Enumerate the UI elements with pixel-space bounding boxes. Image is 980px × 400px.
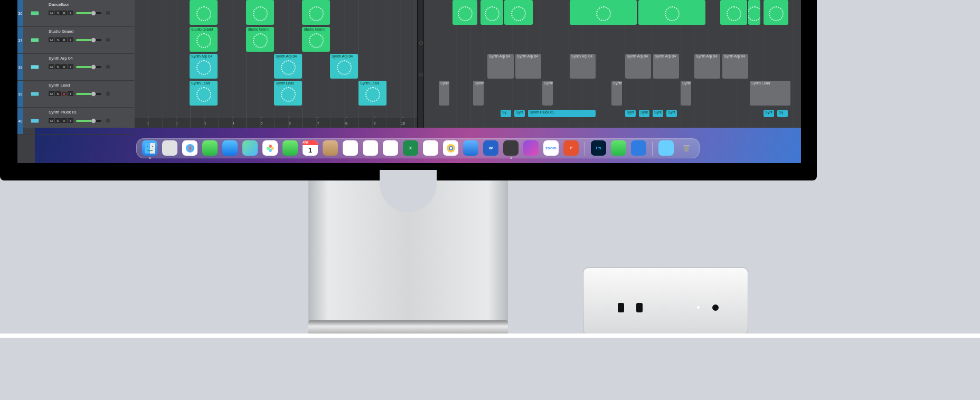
- automation-toggle[interactable]: [419, 73, 423, 77]
- track-r-button[interactable]: R: [61, 11, 67, 15]
- region-clip[interactable]: Synt: [653, 110, 663, 117]
- region-clip[interactable]: Synth Lead: [274, 81, 302, 106]
- track-m-button[interactable]: M: [49, 37, 54, 42]
- track-m-button[interactable]: M: [49, 64, 54, 69]
- region-clip[interactable]: [246, 0, 274, 25]
- region-clip[interactable]: [748, 0, 760, 25]
- region-clip[interactable]: Synth Lead: [359, 81, 387, 106]
- track-volume-slider[interactable]: [76, 120, 101, 122]
- powerpoint-icon[interactable]: P: [563, 140, 579, 156]
- region-clip[interactable]: Sy: [777, 110, 788, 117]
- region-clip[interactable]: Synth Pluck 01: [528, 110, 596, 117]
- track-i-button[interactable]: I: [68, 118, 73, 123]
- facetime-icon[interactable]: [282, 140, 298, 156]
- region-clip[interactable]: [190, 0, 218, 25]
- mail-icon[interactable]: [222, 140, 238, 156]
- calendar-icon[interactable]: APR1: [303, 140, 318, 156]
- chrome-icon[interactable]: [443, 140, 458, 156]
- region-clip[interactable]: Synt: [514, 110, 525, 117]
- region-clip[interactable]: Synth Arp 04: [722, 54, 748, 79]
- launchpad-icon[interactable]: [162, 140, 177, 156]
- track-r-button[interactable]: R: [61, 118, 67, 123]
- track-r-button[interactable]: R: [61, 64, 67, 69]
- bar-number[interactable]: 6: [276, 118, 304, 128]
- track-volume-slider[interactable]: [76, 39, 101, 41]
- region-clip[interactable]: Studio Grand: [302, 27, 330, 52]
- region-clip[interactable]: Synt: [764, 110, 774, 117]
- track-pan-knob[interactable]: [105, 10, 111, 16]
- zoom-icon[interactable]: zoom: [543, 140, 559, 156]
- region-clip[interactable]: [720, 0, 747, 25]
- track-r-button[interactable]: R: [61, 37, 67, 42]
- region-clip[interactable]: Synt: [625, 110, 636, 117]
- track-header[interactable]: 39 Synth Lead MSRI: [17, 81, 134, 108]
- track-r-button[interactable]: R: [61, 91, 67, 96]
- photoshop-icon[interactable]: Ps: [591, 140, 606, 156]
- bar-number[interactable]: 3: [191, 118, 219, 128]
- region-clip[interactable]: Synth Arp 04: [487, 54, 514, 79]
- xcode-icon[interactable]: [463, 140, 478, 156]
- region-clip[interactable]: Synth Lead: [190, 81, 218, 106]
- whatsapp-icon[interactable]: [611, 140, 626, 156]
- track-m-button[interactable]: M: [49, 11, 54, 15]
- excel-icon[interactable]: X: [403, 140, 418, 156]
- affinity-icon[interactable]: [523, 140, 539, 156]
- safari-icon[interactable]: [182, 140, 197, 156]
- maps-icon[interactable]: [242, 140, 258, 156]
- track-header[interactable]: 37 Studio Grand MSRI: [17, 27, 134, 54]
- bar-number[interactable]: 10: [389, 118, 417, 128]
- finder-icon[interactable]: [142, 140, 157, 156]
- track-i-button[interactable]: I: [68, 37, 73, 42]
- region-clip[interactable]: Synth Arp 04: [330, 54, 358, 79]
- track-pan-knob[interactable]: [105, 118, 111, 123]
- track-pan-knob[interactable]: [105, 91, 111, 97]
- bar-number[interactable]: 5: [247, 118, 276, 128]
- track-i-button[interactable]: I: [68, 91, 73, 96]
- track-volume-slider[interactable]: [76, 93, 101, 95]
- track-header[interactable]: 38 Synth Arp 04 MSRI: [17, 54, 134, 81]
- track-pan-knob[interactable]: [105, 37, 111, 43]
- photos-icon[interactable]: [262, 140, 278, 156]
- track-s-button[interactable]: S: [55, 64, 61, 69]
- reminders-icon[interactable]: [343, 140, 358, 156]
- contacts-icon[interactable]: [323, 140, 338, 156]
- track-i-button[interactable]: I: [68, 64, 73, 69]
- region-clip[interactable]: [504, 0, 533, 25]
- region-clip[interactable]: Studio Grand: [190, 27, 218, 52]
- region-clip[interactable]: [638, 0, 705, 25]
- region-clip[interactable]: [764, 0, 788, 25]
- track-volume-slider[interactable]: [76, 12, 101, 14]
- region-clip[interactable]: Synth Arp 04: [694, 54, 720, 79]
- region-clip[interactable]: Synth Arp 04: [190, 54, 218, 79]
- bar-number[interactable]: 9: [361, 118, 389, 128]
- region-clip[interactable]: [302, 0, 330, 25]
- downloads-icon[interactable]: [658, 140, 674, 156]
- region-clip[interactable]: Studio Grand: [246, 27, 274, 52]
- region-clip[interactable]: Synth Lead: [750, 81, 790, 106]
- region-clip[interactable]: Synth: [611, 81, 622, 106]
- region-clip[interactable]: Synth Arp 04: [625, 54, 651, 79]
- track-m-button[interactable]: M: [49, 91, 54, 96]
- track-i-button[interactable]: I: [68, 11, 73, 15]
- logic-icon[interactable]: [503, 140, 519, 156]
- arrange-area[interactable]: 12345678910 Studio GrandStudio GrandStud…: [134, 0, 801, 128]
- track-s-button[interactable]: S: [55, 37, 61, 42]
- bar-number[interactable]: 4: [219, 118, 248, 128]
- notes-icon[interactable]: [363, 140, 378, 156]
- trash-icon[interactable]: [679, 140, 694, 156]
- region-clip[interactable]: Synt: [666, 110, 677, 117]
- track-s-button[interactable]: S: [55, 118, 61, 123]
- track-m-button[interactable]: M: [49, 118, 54, 123]
- bar-number[interactable]: 7: [304, 118, 333, 128]
- bar-number[interactable]: 8: [332, 118, 361, 128]
- todoist-icon[interactable]: [423, 140, 438, 156]
- docs-icon[interactable]: [631, 140, 646, 156]
- track-s-button[interactable]: S: [55, 11, 61, 15]
- track-s-button[interactable]: S: [55, 91, 61, 96]
- region-clip[interactable]: Synth: [473, 81, 484, 106]
- region-clip[interactable]: [570, 0, 637, 25]
- track-pan-knob[interactable]: [105, 64, 111, 70]
- pane-divider[interactable]: [417, 0, 424, 128]
- track-header[interactable]: 40 Synth Pluck 01 MSRI: [17, 108, 134, 135]
- word-icon[interactable]: W: [483, 140, 498, 156]
